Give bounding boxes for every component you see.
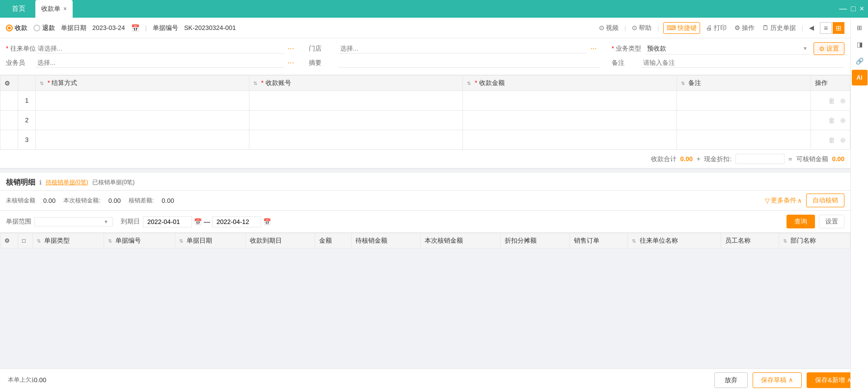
grid-list-btn[interactable]: ≡ — [820, 22, 832, 34]
more-conditions-btn[interactable]: ▽ 更多条件 ∧ — [765, 196, 802, 205]
tab-close-icon[interactable]: × — [63, 5, 67, 12]
staff-more-icon[interactable]: ··· — [285, 58, 297, 67]
copy-icon-1[interactable]: ⊕ — [840, 97, 846, 105]
toolbar-sep-1: | — [145, 24, 147, 31]
row-account-3[interactable] — [249, 130, 463, 150]
row-amount-2[interactable] — [463, 111, 677, 130]
history-icon: 🗒 — [762, 24, 769, 31]
pending-tab[interactable]: 待核销单据(0笔) — [46, 178, 88, 187]
window-minimize-icon[interactable]: — — [839, 4, 847, 13]
verification-info-icon[interactable]: ℹ — [39, 179, 42, 186]
btcol-checkbox[interactable]: □ — [18, 233, 33, 249]
col-gear[interactable]: ⚙ — [0, 76, 18, 91]
copy-icon-3[interactable]: ⊕ — [840, 136, 846, 144]
delete-icon-1[interactable]: 🗑 — [828, 97, 835, 105]
row-settle-2[interactable] — [36, 111, 249, 130]
btsort-4: ⇅ — [632, 238, 636, 244]
biz-type-select[interactable]: 预收款 ▼ — [645, 43, 810, 55]
copy-icon-2[interactable]: ⊕ — [840, 116, 846, 124]
radio-receipt[interactable]: 收款 — [6, 24, 27, 32]
range-field: 单据范围 ▼ — [6, 217, 113, 226]
biz-type-field: * 业务类型 预收款 ▼ ⚙ 设置 — [612, 42, 844, 55]
form-row-2: 业务员 ··· 摘要 备注 — [6, 58, 844, 68]
store-input[interactable] — [338, 44, 588, 54]
verifiable-label: 可核销金额 — [796, 155, 828, 164]
form-row-1: * 往来单位 ··· 门店 ··· * 业务类型 预收款 ▼ — [6, 42, 844, 55]
date-to-input[interactable] — [212, 216, 261, 227]
sidebar-link-icon[interactable]: 🔗 — [852, 53, 868, 69]
video-label: 视频 — [606, 24, 619, 32]
sidebar-table-icon[interactable]: ⊞ — [852, 20, 868, 35]
discount-label: 现金折扣: — [704, 155, 732, 164]
grid-cards-btn[interactable]: ⊞ — [833, 22, 844, 34]
row-amount-3[interactable] — [463, 130, 677, 150]
delete-icon-2[interactable]: 🗑 — [828, 116, 835, 124]
col-rownum-header — [18, 76, 36, 91]
staff-field: 业务员 ··· — [6, 58, 297, 68]
store-more-icon[interactable]: ··· — [587, 44, 599, 53]
row-remarks-3[interactable] — [677, 130, 811, 150]
current-hx-value: 0.00 — [108, 197, 121, 204]
biz-type-chevron-icon: ▼ — [803, 46, 808, 51]
counterpart-more-icon[interactable]: ··· — [285, 44, 297, 53]
row-settle-3[interactable] — [36, 130, 249, 150]
remarks-input[interactable] — [641, 58, 844, 68]
row-amount-1[interactable] — [463, 91, 677, 111]
query-btn[interactable]: 查询 — [787, 215, 815, 228]
abandon-btn[interactable]: 放弃 — [714, 372, 748, 388]
print-btn[interactable]: 🖨 打印 — [704, 23, 729, 33]
date-to-icon[interactable]: 📅 — [263, 218, 271, 225]
row-remarks-2[interactable] — [677, 111, 811, 130]
row-remarks-1[interactable] — [677, 91, 811, 111]
btcol-amount: 金额 — [315, 233, 352, 249]
col-amount-label: 收款金额 — [479, 79, 505, 86]
date-picker-icon[interactable]: 📅 — [131, 24, 139, 32]
radio-refund[interactable]: 退款 — [33, 24, 55, 32]
hx-filter-row: 未核销金额 0.00 本次核销金额: 0.00 核销差额: 0.00 ▽ 更多条… — [0, 191, 850, 211]
shortcut-btn[interactable]: ⌨ 快捷键 — [663, 22, 700, 34]
history-btn[interactable]: 🗒 历史单据 — [760, 23, 798, 33]
done-tab[interactable]: 已核销单据(0笔) — [92, 178, 135, 187]
save-draft-btn[interactable]: 保存草稿 ∧ — [753, 372, 802, 388]
shortcut-icon: ⌨ — [667, 24, 676, 31]
date-range-sep: — — [204, 218, 210, 225]
row-account-1[interactable] — [249, 91, 463, 111]
plus-sign: + — [697, 155, 701, 163]
filter-icon: ▽ — [765, 197, 770, 204]
tab-home[interactable]: 首页 — [4, 0, 33, 18]
btcol-counterpart-label: 往来单位名称 — [640, 237, 678, 244]
footer: 本单上欠 ℹ 0.00 放弃 保存草稿 ∧ 保存&新增 ∧ — [0, 368, 868, 391]
operation-btn[interactable]: ⚙ 操作 — [732, 23, 757, 33]
sidebar-layout-icon[interactable]: ◨ — [852, 36, 868, 52]
range-select[interactable]: ▼ — [34, 217, 113, 226]
window-maximize-icon[interactable]: □ — [851, 4, 856, 13]
radio-receipt-label: 收款 — [15, 24, 27, 32]
sidebar-ai-icon[interactable]: Ai — [852, 70, 868, 85]
btcol-gear[interactable]: ⚙ — [0, 233, 18, 249]
footer-btns: 放弃 保存草稿 ∧ 保存&新增 ∧ — [714, 372, 860, 388]
auto-verify-btn[interactable]: 自动核销 — [806, 194, 844, 207]
hx-settings-btn[interactable]: 设置 — [819, 215, 844, 228]
date-from-icon[interactable]: 📅 — [194, 218, 202, 225]
date-from-input[interactable] — [143, 216, 192, 227]
delete-icon-3[interactable]: 🗑 — [828, 136, 835, 144]
table-row: 2 🗑 ⊕ — [0, 111, 850, 130]
save-new-label: 保存&新增 — [815, 376, 845, 385]
nav-prev-btn[interactable]: ◀ — [807, 23, 816, 32]
window-close-icon[interactable]: × — [860, 4, 864, 13]
tab-active[interactable]: 收款单 × — [35, 0, 73, 18]
store-label: 门店 — [309, 44, 338, 53]
video-btn[interactable]: ⊙ 视频 — [597, 23, 621, 33]
row-settle-1[interactable] — [36, 91, 249, 111]
counterpart-input[interactable] — [36, 44, 285, 54]
summary-row: 收款合计 0.00 + 现金折扣: = 可核销金额 0.00 — [0, 150, 850, 169]
btcol-counterpart: ⇅ 往来单位名称 — [628, 233, 721, 249]
row-account-2[interactable] — [249, 111, 463, 130]
discount-input[interactable] — [735, 154, 785, 164]
staff-input[interactable] — [35, 58, 285, 68]
form-settings-btn[interactable]: ⚙ 设置 — [814, 42, 844, 55]
form-area: * 往来单位 ··· 门店 ··· * 业务类型 预收款 ▼ — [0, 38, 850, 75]
tab-bar-right: — □ × — [839, 4, 864, 13]
summary-input[interactable] — [338, 58, 600, 68]
help-btn[interactable]: ⊙ 帮助 — [630, 23, 653, 33]
